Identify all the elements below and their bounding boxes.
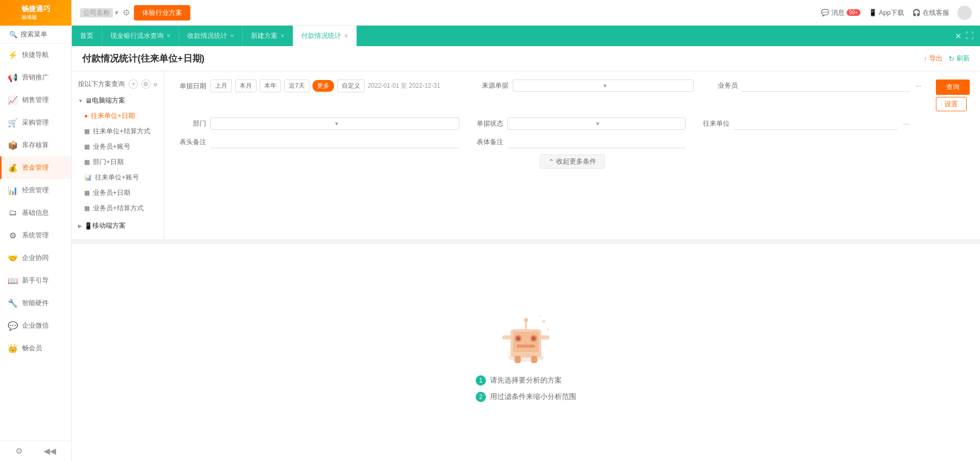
schema-item-unit-account[interactable]: 📊 往来单位+账号: [72, 170, 164, 185]
filter-actions: 查询 设置: [936, 79, 970, 111]
online-service-label: 在线客服: [923, 8, 949, 17]
trial-btn[interactable]: 体验行业方案: [134, 5, 190, 21]
schema-item-dept-date[interactable]: ▦ 部门+日期: [72, 154, 164, 170]
source-doc-chevron: ▾: [603, 82, 690, 89]
tab-close-icon[interactable]: ×: [344, 32, 348, 39]
sidebar-item-label: 新手引导: [22, 276, 49, 285]
header-note-input[interactable]: [210, 136, 459, 148]
schema-item-icon: ▦: [84, 205, 90, 212]
group-icon: 📱: [84, 222, 92, 230]
schema-item-staff-date[interactable]: ▦ 业务员+日期: [72, 185, 164, 201]
settings-btn[interactable]: 设置: [936, 97, 967, 111]
hardware-icon: 🔧: [8, 298, 18, 308]
export-btn[interactable]: ↑ 导出: [924, 54, 943, 63]
svg-rect-11: [540, 335, 550, 339]
add-schema-btn[interactable]: +: [129, 79, 138, 89]
sidebar-item-sales[interactable]: 📈 销售管理: [0, 89, 71, 111]
dept-select[interactable]: ▾: [210, 117, 459, 130]
doc-status-select[interactable]: ▾: [507, 117, 685, 130]
staff-field: 业务员 ···: [706, 79, 924, 92]
schema-item-label: 部门+日期: [93, 157, 124, 167]
tab-label: 现金银行流水查询: [110, 31, 164, 41]
partner-input[interactable]: [734, 117, 898, 130]
schema-item-staff-account[interactable]: ▦ 业务员+账号: [72, 139, 164, 154]
tab-label: 收款情况统计: [187, 31, 227, 41]
sidebar-item-quick-nav[interactable]: ⚡ 快捷导航: [0, 44, 71, 66]
header-left: 公司名称 ▾ ⚙ 体验行业方案: [80, 5, 190, 21]
filter-sidebar-icons: + ⚙ «: [129, 79, 158, 89]
mobile-schema-group-title[interactable]: ▶ 📱 移动端方案: [72, 218, 164, 233]
custom-date-btn[interactable]: 自定义: [337, 79, 365, 92]
sidebar-item-marketing[interactable]: 📢 营销推广: [0, 66, 71, 89]
sidebar-item-weixin[interactable]: 💬 企业微信: [0, 314, 71, 337]
svg-rect-2: [513, 332, 539, 352]
partner-input-more-btn[interactable]: ···: [901, 117, 911, 130]
refresh-icon: ↻: [949, 55, 954, 63]
online-service-btn[interactable]: 🎧 在线客服: [912, 8, 949, 17]
empty-tip-2: 2 用过滤条件来缩小分析范围: [476, 392, 576, 402]
page-header-actions: ↑ 导出 ↻ 刷新: [924, 54, 970, 63]
tab-close-icon[interactable]: ×: [167, 32, 170, 39]
search-menu[interactable]: 🔍 搜索菜单: [0, 26, 71, 44]
last-month-btn[interactable]: 上月: [210, 79, 232, 92]
sidebar-item-label: 基础信息: [22, 208, 49, 217]
finance-icon: 💰: [8, 163, 18, 173]
desktop-schema-items: ● 往来单位+日期 ▦ 往来单位+结算方式 ▦ 业务员+账号 ▦: [72, 108, 164, 216]
sidebar: 畅捷通巧 标准版 🔍 搜索菜单 ⚡ 快捷导航 📢 营销推广 📈 销售管理 🛒 采…: [0, 0, 72, 461]
sidebar-item-enterprise[interactable]: 🤝 企业协同: [0, 247, 71, 269]
maximize-icon[interactable]: ⛶: [966, 31, 974, 41]
schema-item-unit-settle[interactable]: ▦ 往来单位+结算方式: [72, 124, 164, 139]
sidebar-collapse-btn[interactable]: ◀◀: [44, 446, 56, 456]
tab-payment-stats[interactable]: 付款情况统计×: [293, 26, 357, 46]
sidebar-item-finance[interactable]: 💰 资金管理: [0, 156, 71, 179]
tip-1-text: 请先选择要分析的方案: [490, 376, 562, 385]
tab-new-plan[interactable]: 新建方案×: [243, 26, 293, 46]
body-note-input[interactable]: [507, 136, 685, 148]
desktop-schema-group-title[interactable]: ▼ 🖥 电脑端方案: [72, 93, 164, 108]
staff-input-more-btn[interactable]: ···: [913, 79, 924, 92]
sidebar-item-basic-info[interactable]: 🗂 基础信息: [0, 202, 71, 224]
schema-item-unit-date[interactable]: ● 往来单位+日期: [72, 108, 164, 124]
sidebar-item-system[interactable]: ⚙ 系统管理: [0, 224, 71, 247]
app-download-btn[interactable]: 📱 App下载: [869, 8, 904, 17]
sidebar-item-hardware[interactable]: 🔧 智能硬件: [0, 292, 71, 314]
tab-close-icon[interactable]: ×: [230, 32, 234, 39]
user-avatar[interactable]: [957, 6, 972, 20]
this-month-btn[interactable]: 本月: [235, 79, 257, 92]
query-btn[interactable]: 查询: [936, 79, 970, 95]
schema-item-label: 往来单位+日期: [91, 111, 135, 121]
company-selector[interactable]: 公司名称 ▾: [80, 8, 119, 17]
sidebar-item-member[interactable]: 👑 畅会员: [0, 337, 71, 359]
close-all-tabs-icon[interactable]: ✕: [955, 31, 962, 41]
sidebar-item-operation[interactable]: 📊 经营管理: [0, 179, 71, 202]
sidebar-item-inventory[interactable]: 📦 库存核算: [0, 134, 71, 156]
source-doc-select[interactable]: ▾: [513, 79, 694, 92]
more-dates-btn[interactable]: 更多: [312, 80, 334, 92]
refresh-btn[interactable]: ↻ 刷新: [949, 54, 970, 63]
tab-bank-flow[interactable]: 现金银行流水查询×: [102, 26, 179, 46]
tab-collection-stats[interactable]: 收款情况统计×: [179, 26, 243, 46]
collapse-more-conditions-btn[interactable]: ⌃ 收起更多条件: [540, 154, 605, 169]
sidebar-item-guide[interactable]: 📖 新手引导: [0, 269, 71, 292]
header-settings-icon[interactable]: ⚙: [123, 8, 130, 17]
this-year-btn[interactable]: 本年: [260, 79, 281, 92]
messages-btn[interactable]: 💬 消息 99+: [821, 8, 860, 17]
group-label: 移动端方案: [92, 221, 126, 230]
staff-input[interactable]: [742, 79, 910, 92]
svg-rect-7: [517, 345, 535, 348]
message-icon: 💬: [821, 9, 829, 16]
header-note-input-wrap: [210, 136, 459, 148]
sidebar-collapse-icon[interactable]: «: [153, 80, 158, 88]
sidebar-item-purchase[interactable]: 🛒 采购管理: [0, 111, 71, 134]
empty-state: 1 请先选择要分析的方案 2 用过滤条件来缩小分析范围: [72, 244, 980, 461]
schema-item-label: 往来单位+结算方式: [93, 127, 150, 136]
tab-close-icon[interactable]: ×: [281, 32, 284, 39]
schema-item-staff-settle[interactable]: ▦ 业务员+结算方式: [72, 201, 164, 216]
tab-home[interactable]: 首页: [72, 26, 102, 46]
last-7days-btn[interactable]: 近7天: [284, 79, 309, 92]
body-note-field: 表体备注: [472, 136, 685, 148]
group-collapse-arrow: ▶: [78, 223, 82, 229]
sidebar-settings-btn[interactable]: ⚙: [15, 446, 23, 456]
schema-item-icon: ▦: [84, 143, 90, 150]
schema-settings-btn[interactable]: ⚙: [141, 79, 150, 89]
